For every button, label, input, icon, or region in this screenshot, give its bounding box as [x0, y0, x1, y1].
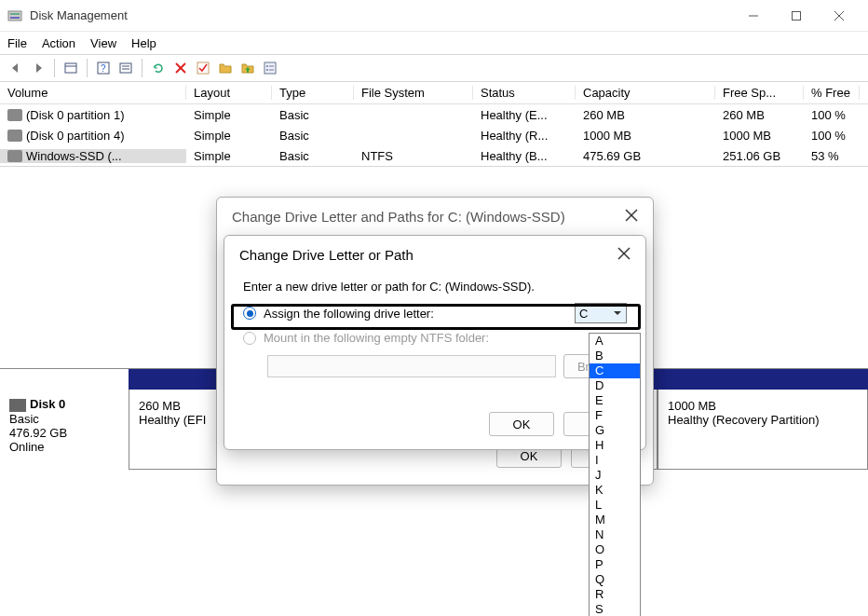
- disk-icon: [9, 399, 26, 412]
- cell-layout: Simple: [186, 129, 272, 143]
- volume-icon: [7, 150, 22, 162]
- drive-letter-option[interactable]: J: [590, 468, 640, 483]
- volume-icon: [7, 109, 22, 121]
- cell-fs: NTFS: [354, 149, 473, 163]
- dialog-change-letter: Change Drive Letter or Path Enter a new …: [224, 235, 646, 450]
- close-icon[interactable]: [625, 209, 638, 225]
- col-volume[interactable]: Volume: [0, 86, 186, 100]
- drive-letter-option[interactable]: D: [590, 378, 640, 393]
- volume-icon: [7, 130, 22, 142]
- dialog-prompt: Enter a new drive letter or path for C: …: [243, 280, 627, 294]
- svg-rect-17: [264, 62, 276, 74]
- partition-status: Healthy (Recovery Partition): [668, 413, 858, 427]
- radio-mount-folder-label: Mount in the following empty NTFS folder…: [264, 331, 489, 345]
- drive-letter-option[interactable]: O: [590, 542, 640, 557]
- partition-stripe: [658, 369, 868, 390]
- close-icon[interactable]: [617, 247, 631, 263]
- col-status[interactable]: Status: [473, 86, 576, 100]
- check-icon[interactable]: [193, 58, 213, 78]
- folder-icon[interactable]: [215, 58, 236, 78]
- svg-rect-2: [10, 17, 20, 19]
- back-button[interactable]: [6, 58, 26, 78]
- drive-letter-option[interactable]: R: [590, 587, 640, 602]
- drive-letter-option[interactable]: E: [590, 393, 640, 408]
- cell-free: 251.06 GB: [715, 149, 804, 163]
- cell-volume: (Disk 0 partition 1): [26, 108, 124, 122]
- cell-status: Healthy (R...: [473, 129, 576, 143]
- toolbar-icon-2[interactable]: [115, 58, 136, 78]
- help-icon[interactable]: ?: [93, 58, 114, 78]
- radio-mount-folder[interactable]: [243, 332, 256, 345]
- close-button[interactable]: [818, 2, 861, 30]
- menubar: File Action View Help: [0, 32, 868, 54]
- menu-file[interactable]: File: [7, 36, 27, 50]
- cell-pct: 100 %: [804, 129, 860, 143]
- partition-size: 1000 MB: [668, 399, 858, 413]
- drive-letter-option[interactable]: L: [590, 498, 640, 513]
- titlebar: Disk Management: [0, 0, 868, 32]
- drive-letter-option[interactable]: C: [590, 363, 640, 378]
- folder-path-input[interactable]: [267, 355, 556, 377]
- col-capacity[interactable]: Capacity: [576, 86, 715, 100]
- col-fs[interactable]: File System: [354, 86, 473, 100]
- menu-action[interactable]: Action: [42, 36, 75, 50]
- disk-state: Online: [9, 440, 119, 454]
- minimize-button[interactable]: [732, 2, 775, 30]
- forward-button[interactable]: [28, 58, 48, 78]
- drive-letter-option[interactable]: I: [590, 453, 640, 468]
- disk-type: Basic: [9, 412, 119, 426]
- table-row[interactable]: (Disk 0 partition 1) Simple Basic Health…: [0, 104, 868, 125]
- folder-up-icon[interactable]: [237, 58, 258, 78]
- drive-letter-option[interactable]: A: [590, 334, 640, 349]
- cell-layout: Simple: [186, 108, 272, 122]
- ok-button[interactable]: OK: [489, 412, 554, 436]
- delete-icon[interactable]: [170, 58, 191, 78]
- maximize-button[interactable]: [775, 2, 818, 30]
- col-pct[interactable]: % Free: [804, 86, 860, 100]
- volume-table: Volume Layout Type File System Status Ca…: [0, 82, 868, 167]
- drive-letter-option[interactable]: K: [590, 483, 640, 498]
- drive-letter-option[interactable]: N: [590, 527, 640, 542]
- drive-letter-option[interactable]: M: [590, 513, 640, 527]
- drive-letter-option[interactable]: H: [590, 438, 640, 453]
- table-row[interactable]: (Disk 0 partition 4) Simple Basic Health…: [0, 125, 868, 145]
- drive-letter-option[interactable]: F: [590, 408, 640, 423]
- cell-layout: Simple: [186, 149, 272, 163]
- drive-letter-option[interactable]: G: [590, 423, 640, 438]
- cell-pct: 53 %: [804, 149, 860, 163]
- svg-rect-11: [120, 63, 131, 73]
- drive-letter-option[interactable]: P: [590, 557, 640, 572]
- col-type[interactable]: Type: [272, 86, 354, 100]
- dialog-title: Change Drive Letter and Paths for C: (Wi…: [232, 209, 565, 225]
- properties-icon[interactable]: [260, 58, 280, 78]
- svg-point-19: [266, 69, 268, 71]
- cell-status: Healthy (B...: [473, 149, 576, 163]
- cell-pct: 100 %: [804, 108, 860, 122]
- cell-capacity: 260 MB: [576, 108, 715, 122]
- svg-rect-1: [10, 13, 20, 15]
- drive-letter-dropdown[interactable]: ABCDEFGHIJKLMNOPQRS: [589, 333, 641, 616]
- svg-rect-7: [65, 63, 76, 73]
- menu-help[interactable]: Help: [131, 36, 156, 50]
- menu-view[interactable]: View: [90, 36, 116, 50]
- disk-info: Disk 0 Basic 476.92 GB Online: [0, 369, 129, 470]
- svg-rect-0: [8, 11, 21, 21]
- refresh-icon[interactable]: [148, 58, 169, 78]
- drive-letter-option[interactable]: S: [590, 602, 640, 616]
- svg-point-18: [266, 65, 268, 67]
- table-row[interactable]: Windows-SSD (... Simple Basic NTFS Healt…: [0, 145, 868, 166]
- partition[interactable]: 1000 MB Healthy (Recovery Partition): [658, 390, 868, 470]
- toolbar: ?: [0, 54, 868, 82]
- svg-rect-16: [197, 62, 209, 74]
- col-free[interactable]: Free Sp...: [715, 86, 804, 100]
- drive-letter-option[interactable]: Q: [590, 572, 640, 587]
- cell-type: Basic: [272, 129, 354, 143]
- disk-size: 476.92 GB: [9, 426, 119, 440]
- cell-volume: (Disk 0 partition 4): [26, 129, 124, 143]
- cell-capacity: 475.69 GB: [576, 149, 715, 163]
- cell-type: Basic: [272, 108, 354, 122]
- cell-free: 1000 MB: [715, 129, 804, 143]
- col-layout[interactable]: Layout: [186, 86, 272, 100]
- toolbar-icon-1[interactable]: [61, 58, 81, 78]
- drive-letter-option[interactable]: B: [590, 349, 640, 363]
